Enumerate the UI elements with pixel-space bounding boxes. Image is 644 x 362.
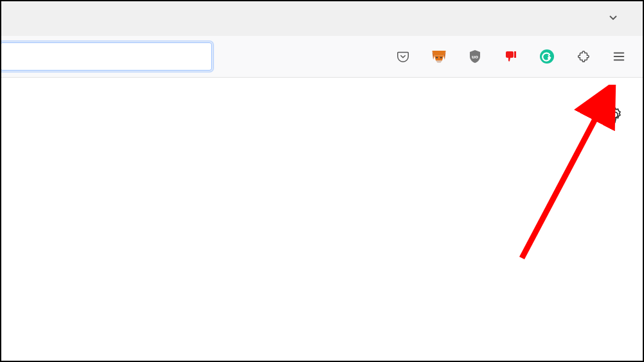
- svg-point-6: [440, 56, 442, 58]
- app-menu-button[interactable]: [608, 46, 630, 67]
- chevron-down-icon: [607, 11, 620, 24]
- svg-rect-8: [514, 51, 516, 58]
- url-bar[interactable]: [0, 42, 212, 71]
- page-content: [1, 77, 643, 361]
- puzzle-piece-icon: [576, 49, 590, 64]
- extensions-overflow-button[interactable]: [572, 46, 594, 67]
- svg-point-5: [436, 56, 438, 58]
- svg-marker-1: [434, 55, 444, 60]
- toolbar-extension-group: uо: [392, 46, 630, 67]
- page-settings-button[interactable]: [607, 107, 623, 126]
- metamask-extension-button[interactable]: [428, 46, 450, 67]
- navigation-toolbar: uо: [1, 36, 643, 77]
- pocket-icon: [396, 49, 410, 64]
- svg-marker-2: [436, 61, 442, 63]
- svg-marker-0: [432, 51, 445, 55]
- pocket-extension-button[interactable]: [392, 46, 414, 67]
- ublock-extension-button[interactable]: uо: [464, 46, 486, 67]
- hamburger-menu-icon: [612, 49, 626, 64]
- svg-text:uо: uо: [472, 54, 478, 60]
- metamask-icon: [431, 48, 447, 65]
- ublock-icon: uо: [467, 49, 483, 64]
- tab-strip: [1, 1, 643, 36]
- tabs-overflow-chevron[interactable]: [603, 7, 623, 30]
- gear-icon: [607, 107, 623, 123]
- thumbs-down-icon: [503, 49, 519, 64]
- grammarly-extension-button[interactable]: [536, 46, 558, 67]
- grammarly-icon: [539, 49, 555, 64]
- extension-button-red[interactable]: [500, 46, 522, 67]
